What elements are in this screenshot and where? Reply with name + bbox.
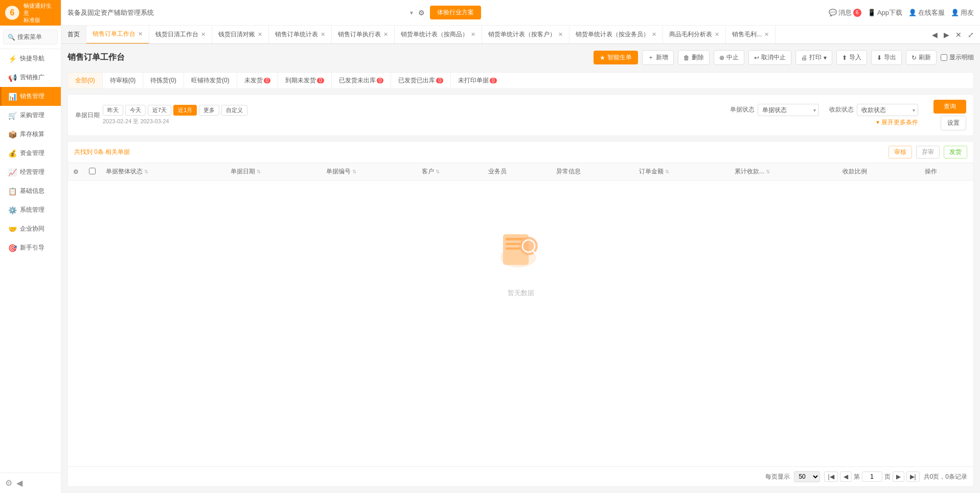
date-more-btn[interactable]: 更多 [199,105,219,116]
tab-close-icon[interactable]: ✕ [138,31,143,37]
dropdown-icon[interactable]: ▾ [410,9,413,16]
sidebar-item-企业协同[interactable]: 🤝企业协同 [0,219,61,238]
sidebar-item-基础信息[interactable]: 📋基础信息 [0,182,61,200]
sidebar-item-快捷导航[interactable]: ⚡快捷导航 [0,49,61,68]
col-date[interactable]: 单据日期 [225,163,321,181]
send-btn[interactable]: 发货 [944,146,967,159]
audit-btn[interactable]: 审核 [888,146,912,159]
col-customer[interactable]: 客户 [417,163,483,181]
page-input[interactable] [862,472,882,482]
status-select[interactable]: 单据状态 [758,104,819,116]
page-prev-btn[interactable]: ◀ [840,472,852,482]
collapse-icon[interactable]: ◀ [16,478,22,488]
tab-close-icon[interactable]: ✕ [715,31,719,38]
filter-tab-3[interactable]: 旺铺待发货(0) [184,73,237,88]
tab-prev-btn[interactable]: ◀ [930,30,940,40]
per-page-select[interactable]: 10 20 50 100 [794,471,820,482]
tab-close-icon[interactable]: ✕ [383,31,388,38]
gear-icon[interactable]: ⚙ [418,9,425,17]
date-yesterday-btn[interactable]: 昨天 [103,105,123,116]
tab-4[interactable]: 销售订单统计表✕ [269,26,332,44]
settings-icon[interactable]: ⚙ [73,168,79,175]
filter-tab-label: 旺铺待发货(0) [191,77,230,84]
tab-8[interactable]: 销货单统计表（按业务员）✕ [569,26,663,44]
tab-6[interactable]: 销货单统计表（按商品）✕ [395,26,482,44]
add-btn[interactable]: ＋ 新增 [642,50,674,65]
tab-10[interactable]: 销售毛利...✕ [726,26,776,44]
sidebar-item-采购管理[interactable]: 🛒采购管理 [0,106,61,125]
tab-9[interactable]: 商品毛利分析表✕ [663,26,726,44]
filter-tab-0[interactable]: 全部(0) [68,73,103,88]
col-payment[interactable]: 累计收款... [730,163,837,181]
tab-expand-btn[interactable]: ⤢ [966,30,976,40]
filter-tab-1[interactable]: 待审核(0) [103,73,144,88]
filter-tab-6[interactable]: 已发货未出库0 [332,73,392,88]
filter-tab-5[interactable]: 到期未发货0 [278,73,332,88]
message-btn[interactable]: 💬 消息 6 [829,8,861,17]
nav-label: 企业协同 [20,225,44,233]
show-detail-checkbox[interactable] [941,54,947,61]
tab-close-icon[interactable]: ✕ [258,31,262,38]
query-btn[interactable]: 查询 [933,100,966,114]
tab-close-icon[interactable]: ✕ [764,31,769,38]
col-status[interactable]: 单据整体状态 [101,163,225,181]
tab-close-icon[interactable]: ✕ [558,31,563,38]
delete-btn[interactable]: 🗑 删除 [678,50,710,65]
page-first-btn[interactable]: |◀ [824,472,837,482]
sidebar-item-库存核算[interactable]: 📦库存核算 [0,125,61,144]
page-next-btn[interactable]: ▶ [893,472,904,482]
filter-tab-7[interactable]: 已发货已出库0 [391,73,451,88]
tab-7[interactable]: 销货单统计表（按客户）✕ [482,26,569,44]
tab-5[interactable]: 销售订单执行表✕ [332,26,395,44]
import-btn[interactable]: ⬆ 导入 [836,50,867,65]
smart-create-btn[interactable]: ★ 智能生单 [594,51,638,64]
print-btn[interactable]: 🖨 打印 ▾ [795,50,832,65]
cancel-stop-btn[interactable]: ↩ 取消中止 [748,50,791,65]
show-detail-label[interactable]: 显示明细 [941,53,974,62]
user-btn[interactable]: 👤 用友 [951,8,974,17]
app-download-btn[interactable]: 📱 App下载 [868,8,902,17]
table-scroll[interactable]: ⚙ 单据整体状态 单据日期 单据编号 客户 业务员 异常信息 订单金额 [68,163,973,466]
select-all-checkbox[interactable] [89,168,96,174]
expand-btn[interactable]: ▾ 展开更多条件 [876,118,918,127]
export-btn[interactable]: ⬇ 导出 [871,50,902,65]
tab-close-all-btn[interactable]: ✕ [953,30,964,40]
tab-close-icon[interactable]: ✕ [201,31,206,38]
settings-icon[interactable]: ⚙ [5,478,12,488]
date-custom-btn[interactable]: 自定义 [221,105,247,116]
tab-close-icon[interactable]: ✕ [321,31,325,38]
search-icon: 🔍 [8,34,15,41]
filter-tab-8[interactable]: 未打印单据0 [451,73,504,88]
tab-close-icon[interactable]: ✕ [471,31,475,38]
industry-btn[interactable]: 体验行业方案 [430,6,481,19]
setting-btn[interactable]: 设置 [941,116,966,130]
tab-0[interactable]: 首页 [61,26,86,44]
sidebar-item-新手引导[interactable]: 🎯新手引导 [0,238,61,257]
page-last-btn[interactable]: ▶| [906,472,920,482]
sidebar-item-经营管理[interactable]: 📈经营管理 [0,163,61,182]
refresh-btn[interactable]: ↻ 刷新 [906,50,937,65]
date-today-btn[interactable]: 今天 [125,105,146,116]
sidebar-item-资金管理[interactable]: 💰资金管理 [0,144,61,163]
date-1month-btn[interactable]: 近1月 [173,105,197,116]
tab-3[interactable]: 钱货日清对账✕ [212,26,269,44]
stop-btn[interactable]: ⊗ 中止 [714,50,744,65]
payment-select[interactable]: 收款状态 [857,104,918,116]
sidebar-item-系统管理[interactable]: ⚙️系统管理 [0,200,61,219]
tab-next-btn[interactable]: ▶ [942,30,951,40]
sidebar-item-营销推广[interactable]: 📢营销推广 [0,68,61,87]
logo-text: 畅捷通好生意 标准版 [24,2,57,24]
filter-tab-4[interactable]: 未发货0 [237,73,279,88]
tab-close-icon[interactable]: ✕ [652,31,656,38]
tab-2[interactable]: 钱货日清工作台✕ [149,26,212,44]
nav-icon: 🎯 [8,244,17,252]
col-amount[interactable]: 订单金额 [634,163,730,181]
sidebar-item-销售管理[interactable]: 📊销售管理 [0,87,61,106]
date-7days-btn[interactable]: 近7天 [148,105,171,116]
reject-btn[interactable]: 弃审 [916,146,940,159]
online-service-btn[interactable]: 👤 在线客服 [908,8,945,17]
search-menu-button[interactable]: 🔍 搜索菜单 [3,30,58,44]
col-number[interactable]: 单据编号 [321,163,417,181]
tab-1[interactable]: 销售订单工作台✕ [86,26,149,44]
filter-tab-2[interactable]: 待拣货(0) [143,73,184,88]
